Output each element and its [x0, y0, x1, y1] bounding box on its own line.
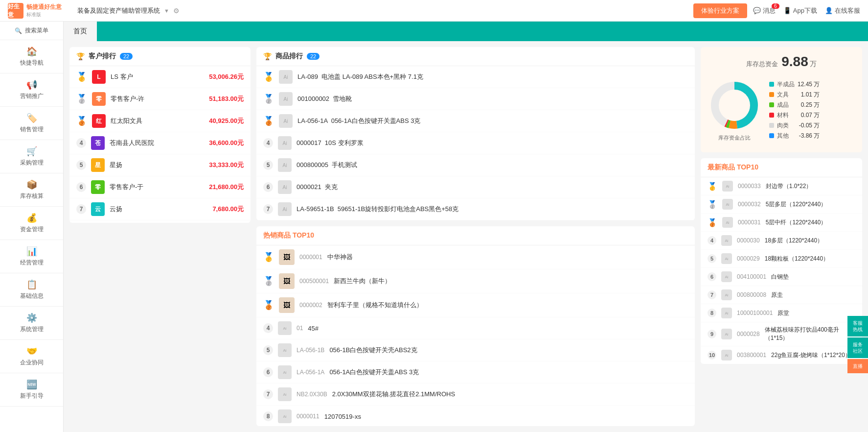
goods-image: Ai: [278, 136, 292, 150]
new-product-item[interactable]: 🥇 Ai 0000033 封边带（1.0*22）: [701, 177, 862, 195]
hot-product-item[interactable]: 8 Ai 0000011 12070519-xs: [256, 406, 695, 426]
new-product-item[interactable]: 🥈 Ai 0000032 5层多层（1220*2440）: [701, 195, 862, 214]
rank-number: 4: [263, 323, 273, 333]
new-product-image: Ai: [721, 350, 732, 360]
system-dropdown-icon[interactable]: ▼: [164, 8, 169, 14]
product-code: LA-056-1B: [297, 347, 324, 354]
bronze-medal-icon: 🥉: [708, 218, 717, 227]
product-name: 45#: [308, 325, 688, 332]
customer-service-button[interactable]: 客服 热线: [847, 316, 868, 336]
customer-rank-item[interactable]: 7 云 云扬 7,680.00元: [69, 198, 251, 220]
customer-name: 云扬: [110, 205, 207, 214]
sidebar-item-operation[interactable]: 📊 经营管理: [0, 240, 63, 273]
new-product-image: Ai: [721, 329, 732, 339]
topbar-system: 装备及固定资产辅助管理系统 ▼ ⚙: [77, 6, 687, 15]
rank-number: 5: [708, 254, 716, 263]
new-product-item[interactable]: 4 Ai 0000030 18多层（1220*2440）: [701, 232, 862, 250]
hot-product-item[interactable]: 6 Ai LA-056-1A 056-1A白色按键开关盖ABS 3克: [256, 361, 695, 384]
new-product-code: 0000030: [737, 237, 760, 244]
sidebar-item-basic[interactable]: 📋 基础信息: [0, 273, 63, 307]
sidebar-item-quick-nav[interactable]: 🏠 快捷导航: [0, 40, 63, 73]
sidebar-item-purchase[interactable]: 🛒 采购管理: [0, 140, 63, 173]
goods-rank-item[interactable]: 5 Ai 000800005 手机测试: [256, 154, 695, 176]
customer-rank-item[interactable]: 5 星 星扬 33,333.00元: [69, 154, 251, 176]
new-product-item[interactable]: 7 Ai 000800008 原圭: [701, 286, 862, 304]
page-content: 🏆 客户排行 22 🥇 L LS 客户 53,006.26元 🥈 零 零售客户-…: [64, 41, 868, 432]
product-code: 0000011: [297, 413, 320, 420]
product-name: 新西兰牛肉（新牛）: [334, 277, 688, 286]
legend-value: -0.05 万: [799, 121, 820, 130]
customer-rank-item[interactable]: 4 苍 苍南县人民医院 36,600.00元: [69, 132, 251, 154]
app-download-button[interactable]: 📱 App下载: [783, 6, 817, 15]
sidebar-item-inventory[interactable]: 📦 库存核算: [0, 173, 63, 207]
new-product-item[interactable]: 8 Ai 10000100001 原堂: [701, 304, 862, 322]
trophy-icon: 🏆: [76, 52, 85, 60]
new-product-code: 0000031: [738, 219, 761, 226]
rank-number: 4: [76, 138, 86, 148]
hot-product-item[interactable]: 🥇 🖼 0000001 中华神器: [256, 245, 695, 269]
goods-rank-item[interactable]: 7 Ai LA-59651-1B 59651-1B旋转投影灯电池盒ABS黑色+5…: [256, 198, 695, 220]
new-product-item[interactable]: 10 Ai 003800001 22g鱼豆腐-烧烤味（1*12*20）: [701, 346, 862, 364]
new-product-item[interactable]: 9 Ai 0000028 体械荔枝味苏打饮品400毫升（1*15）: [701, 322, 862, 346]
hot-product-item[interactable]: 🥉 🖼 0000002 智利车子里（规格不知道填什么）: [256, 293, 695, 317]
service-community-button[interactable]: 服务 社区: [847, 337, 868, 358]
hot-product-item[interactable]: 5 Ai LA-056-1B 056-1B白色按键开关壳ABS2克: [256, 339, 695, 361]
sidebar-item-finance[interactable]: 💰 资金管理: [0, 207, 63, 240]
goods-rank-item[interactable]: 6 Ai 0000021 夹克: [256, 176, 695, 198]
customer-rank-item[interactable]: 8 肖 肖总 7,563.00元: [69, 220, 251, 223]
new-product-image: Ai: [721, 253, 732, 264]
legend-value: 12.45 万: [798, 80, 820, 89]
system-gear-icon[interactable]: ⚙: [173, 7, 180, 15]
sidebar-item-system[interactable]: ⚙️ 系统管理: [0, 307, 63, 340]
product-image: 🖼: [279, 249, 295, 265]
legend-value: 1.01 万: [801, 91, 820, 99]
goods-name: 0000017 10S 变利罗浆: [297, 139, 688, 147]
legend-value: 0.25 万: [801, 101, 820, 109]
goods-rank-item[interactable]: 🥉 Ai LA-056-1A 056-1A白色按键开关盖ABS 3克: [256, 110, 695, 132]
goods-rank-item[interactable]: 🥈 Ai 001000002 雪地靴: [256, 88, 695, 110]
inventory-label: 库存总资金: [746, 60, 778, 68]
live-button[interactable]: 直播: [847, 359, 868, 373]
message-button[interactable]: 💬 消息 6: [753, 6, 776, 15]
goods-rank-item[interactable]: 4 Ai 0000017 10S 变利罗浆: [256, 132, 695, 154]
new-product-item[interactable]: 5 Ai 0000029 18颗粒板（1220*2440）: [701, 250, 862, 268]
new-product-code: 0000028: [737, 331, 760, 337]
new-product-item[interactable]: 6 Ai 004100001 白钢垫: [701, 268, 862, 286]
home-icon: 🏠: [26, 46, 37, 57]
customer-rank-item[interactable]: 🥉 红 红太阳文具 40,925.00元: [69, 110, 251, 132]
online-service-button[interactable]: 👤 在线客服: [825, 6, 860, 15]
new-product-name: 原堂: [777, 309, 789, 317]
hot-product-item[interactable]: 4 Ai 01 45#: [256, 317, 695, 339]
system-icon: ⚙️: [26, 312, 37, 323]
sidebar-item-enterprise[interactable]: 🤝 企业协同: [0, 340, 63, 373]
goods-rank-title: 商品排行: [275, 52, 303, 61]
customer-rank-item[interactable]: 🥇 L LS 客户 53,006.26元: [69, 66, 251, 88]
new-product-name: 18多层（1220*2440）: [765, 237, 823, 245]
customer-value: 33,333.00元: [209, 161, 244, 169]
sales-icon: 🏷️: [26, 113, 37, 123]
customer-rank-list: 🥇 L LS 客户 53,006.26元 🥈 零 零售客户-许 51,183.0…: [69, 66, 251, 223]
customer-rank-item[interactable]: 6 零 零售客户-于 21,680.00元: [69, 176, 251, 198]
goods-image: Ai: [279, 70, 293, 84]
try-button[interactable]: 体验行业方案: [693, 3, 747, 18]
hot-product-item[interactable]: 7 Ai NB2.0X30B 2.0X30MM双搓花轴.搓花直径2.1MM/RO…: [256, 384, 695, 406]
sidebar-item-guide[interactable]: 🆕 新手引导: [0, 373, 63, 407]
new-product-image: Ai: [722, 217, 733, 228]
product-name: 12070519-xs: [324, 413, 688, 420]
tab-home[interactable]: 首页: [64, 22, 97, 41]
inventory-card: 库存总资金 9.88 万: [701, 47, 862, 152]
customer-name: 苍南县人民医院: [110, 139, 204, 147]
sidebar-item-sales[interactable]: 🏷️ 销售管理: [0, 107, 63, 140]
legend-name: 成品: [777, 101, 798, 109]
rank-number: 7: [263, 204, 273, 214]
sidebar-item-marketing[interactable]: 📢 营销推广: [0, 73, 63, 107]
legend-name: 文具: [777, 91, 798, 99]
goods-rank-item[interactable]: 🥇 Ai LA-089 电池盖 LA-089 ABS本色+黑种 7.1克: [256, 66, 695, 88]
sidebar-search[interactable]: 🔍 搜索菜单: [0, 22, 63, 40]
donut-chart: [708, 78, 761, 132]
legend-dot: [769, 123, 774, 128]
sidebar-label-enterprise: 企业协同: [20, 359, 44, 367]
new-product-item[interactable]: 🥉 Ai 0000031 5层中纤（1220*2440）: [701, 214, 862, 232]
customer-rank-item[interactable]: 🥈 零 零售客户-许 51,183.00元: [69, 88, 251, 110]
hot-product-item[interactable]: 🥈 🖼 000500001 新西兰牛肉（新牛）: [256, 269, 695, 293]
